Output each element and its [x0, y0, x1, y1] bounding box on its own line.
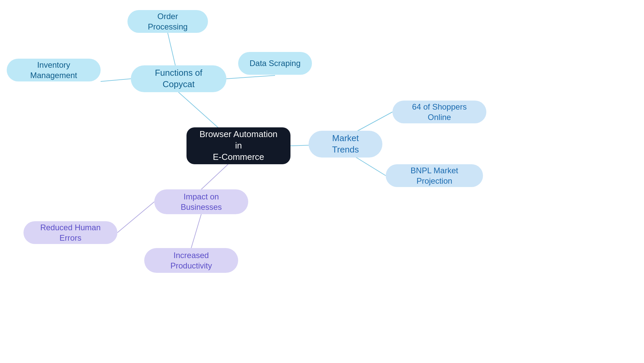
center-node: Browser Automation in E-Commerce — [186, 127, 290, 164]
data-scraping-label: Data Scraping — [250, 58, 301, 68]
impact-label: Impact on Businesses — [165, 191, 237, 212]
shoppers-node: 64 of Shoppers Online — [392, 101, 486, 123]
svg-line-6 — [191, 214, 201, 248]
inventory-label: Inventory Management — [17, 60, 90, 80]
order-processing-node: Order Processing — [127, 10, 208, 33]
center-label: Browser Automation in E-Commerce — [197, 129, 280, 163]
inventory-node: Inventory Management — [7, 59, 101, 81]
svg-line-5 — [117, 202, 154, 233]
functions-node: Functions of Copycat — [131, 65, 226, 92]
bnpl-node: BNPL Market Projection — [386, 164, 483, 187]
svg-line-2 — [101, 79, 131, 81]
connections-svg — [0, 0, 644, 363]
functions-label: Functions of Copycat — [142, 67, 216, 90]
productivity-node: Increased Productivity — [144, 248, 238, 273]
impact-node: Impact on Businesses — [154, 189, 248, 214]
market-trends-node: Market Trends — [309, 131, 382, 158]
order-processing-label: Order Processing — [138, 11, 197, 32]
shoppers-label: 64 of Shoppers Online — [403, 102, 476, 122]
reduced-errors-label: Reduced Human Errors — [34, 222, 107, 243]
svg-line-3 — [226, 75, 275, 79]
svg-line-4 — [201, 164, 228, 189]
market-trends-label: Market Trends — [319, 133, 372, 156]
productivity-label: Increased Productivity — [155, 250, 227, 271]
data-scraping-node: Data Scraping — [238, 52, 312, 75]
bnpl-label: BNPL Market Projection — [396, 165, 472, 186]
reduced-errors-node: Reduced Human Errors — [23, 221, 117, 244]
